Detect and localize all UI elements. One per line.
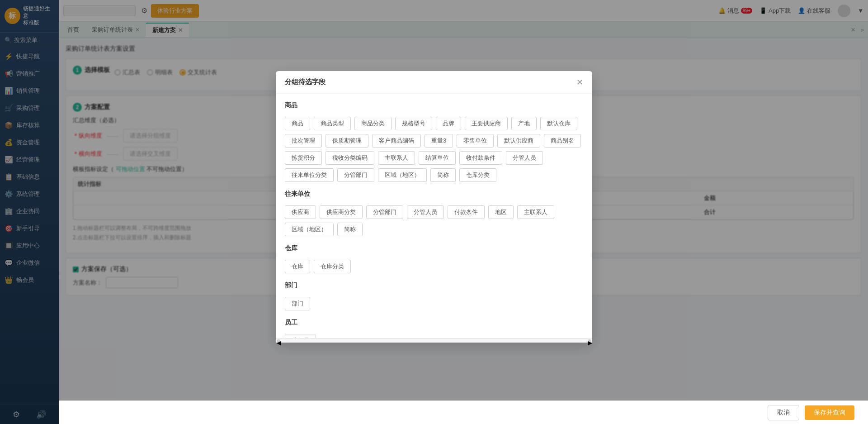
- field-section-title-partner: 往来单位: [285, 190, 583, 201]
- save-button[interactable]: 保存并查询: [805, 405, 854, 420]
- field-section-partner: 往来单位供应商供应商分类分管部门分管人员付款条件地区主联系人区域（地区）简称: [285, 190, 583, 236]
- field-tag-供应商[interactable]: 供应商: [285, 205, 316, 219]
- field-tag-分管人员[interactable]: 分管人员: [407, 205, 444, 219]
- field-tag-重量3[interactable]: 重量3: [425, 134, 453, 148]
- field-tags-employee: 业务员: [285, 334, 583, 338]
- modal-body: 商品商品商品类型商品分类规格型号品牌主要供应商产地默认仓库批次管理保质期管理客户…: [276, 94, 592, 338]
- field-tag-商品[interactable]: 商品: [285, 117, 310, 130]
- field-tag-客户商品编码[interactable]: 客户商品编码: [372, 134, 421, 148]
- field-tag-批次管理[interactable]: 批次管理: [285, 134, 322, 148]
- field-tag-仓库分类[interactable]: 仓库分类: [459, 168, 496, 182]
- field-tag-仓库分类[interactable]: 仓库分类: [314, 260, 351, 273]
- field-tag-结算单位[interactable]: 结算单位: [419, 151, 456, 165]
- field-section-department: 部门部门: [285, 281, 583, 310]
- field-tag-商品分类[interactable]: 商品分类: [354, 117, 392, 130]
- field-tags-department: 部门: [285, 297, 583, 310]
- field-tag-默认供应商[interactable]: 默认供应商: [497, 134, 540, 148]
- field-tag-主联系人[interactable]: 主联系人: [378, 151, 415, 165]
- field-tag-商品别名[interactable]: 商品别名: [544, 134, 581, 148]
- modal-hscrollbar[interactable]: ◀ ▶: [276, 338, 592, 342]
- field-tag-零售单位[interactable]: 零售单位: [457, 134, 494, 148]
- field-section-title-warehouse: 仓库: [285, 244, 583, 255]
- field-tag-仓库[interactable]: 仓库: [285, 260, 310, 273]
- field-tag-简称[interactable]: 简称: [337, 223, 363, 236]
- field-tag-规格型号[interactable]: 规格型号: [395, 117, 432, 130]
- field-section-warehouse: 仓库仓库仓库分类: [285, 244, 583, 273]
- cancel-button[interactable]: 取消: [768, 405, 799, 420]
- field-tag-品牌[interactable]: 品牌: [436, 117, 461, 130]
- scroll-left-arrow[interactable]: ◀: [277, 339, 280, 343]
- field-tag-分管人员[interactable]: 分管人员: [506, 151, 543, 165]
- field-section-title-department: 部门: [285, 281, 583, 292]
- field-tag-默认仓库[interactable]: 默认仓库: [540, 117, 577, 130]
- field-tag-主要供应商[interactable]: 主要供应商: [465, 117, 508, 130]
- field-tag-地区[interactable]: 地区: [488, 205, 514, 219]
- field-section-title-employee: 员工: [285, 319, 583, 329]
- field-tag-收付款条件[interactable]: 收付款条件: [459, 151, 502, 165]
- modal-title: 分组待选字段: [285, 78, 326, 86]
- field-tags-product: 商品商品类型商品分类规格型号品牌主要供应商产地默认仓库批次管理保质期管理客户商品…: [285, 117, 583, 182]
- field-tag-商品类型[interactable]: 商品类型: [314, 117, 351, 130]
- field-section-title-product: 商品: [285, 101, 583, 112]
- field-tag-产地[interactable]: 产地: [511, 117, 537, 130]
- footer-bar: 取消 保存并查询: [59, 400, 868, 424]
- modal-header: 分组待选字段 ✕: [276, 71, 592, 94]
- field-tag-区域（地区）[interactable]: 区域（地区）: [378, 168, 427, 182]
- field-tags-partner: 供应商供应商分类分管部门分管人员付款条件地区主联系人区域（地区）简称: [285, 205, 583, 236]
- field-tag-往来单位分类[interactable]: 往来单位分类: [285, 168, 334, 182]
- field-section-product: 商品商品商品类型商品分类规格型号品牌主要供应商产地默认仓库批次管理保质期管理客户…: [285, 101, 583, 182]
- field-tag-分管部门[interactable]: 分管部门: [366, 205, 403, 219]
- modal-close-btn[interactable]: ✕: [576, 77, 583, 87]
- field-tag-主联系人[interactable]: 主联系人: [517, 205, 554, 219]
- scroll-right-arrow[interactable]: ▶: [588, 339, 591, 343]
- field-tag-部门[interactable]: 部门: [285, 297, 310, 310]
- field-tag-简称[interactable]: 简称: [430, 168, 456, 182]
- field-tag-拣货积分[interactable]: 拣货积分: [285, 151, 322, 165]
- field-tag-供应商分类[interactable]: 供应商分类: [320, 205, 363, 219]
- field-tag-保质期管理[interactable]: 保质期管理: [326, 134, 368, 148]
- field-tag-付款条件[interactable]: 付款条件: [448, 205, 485, 219]
- field-select-modal: 分组待选字段 ✕ 商品商品商品类型商品分类规格型号品牌主要供应商产地默认仓库批次…: [276, 71, 592, 343]
- field-tag-区域（地区）[interactable]: 区域（地区）: [285, 223, 334, 236]
- field-tag-业务员[interactable]: 业务员: [285, 334, 316, 338]
- field-tags-warehouse: 仓库仓库分类: [285, 260, 583, 273]
- field-section-employee: 员工业务员: [285, 319, 583, 338]
- field-tag-分管部门[interactable]: 分管部门: [337, 168, 374, 182]
- field-tag-税收分类编码[interactable]: 税收分类编码: [326, 151, 374, 165]
